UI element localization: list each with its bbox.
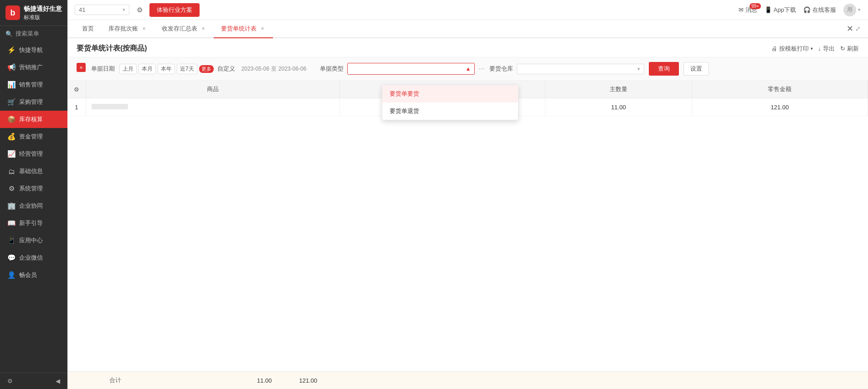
logo-text: 畅捷通好生意 标准版 <box>24 5 62 21</box>
sidebar-bottom: ⚙ ◀ <box>0 373 67 389</box>
sidebar-item-wechat[interactable]: 💬 企业微信 <box>0 249 67 266</box>
sidebar-settings-icon[interactable]: ⚙ <box>7 378 13 384</box>
tab-order-stats[interactable]: 要货单统计表 × <box>214 20 273 38</box>
tab-home[interactable]: 首页 <box>75 20 101 38</box>
date-to: 2023-06-06 <box>278 66 306 72</box>
refresh-button[interactable]: ↻ 刷新 <box>840 45 859 53</box>
finance-icon: 💰 <box>7 133 15 141</box>
print-button[interactable]: 🖨 按模板打印 ▾ <box>771 45 813 53</box>
tab-close-inventory-batch[interactable]: × <box>141 26 147 32</box>
message-icon: ✉ <box>739 6 744 13</box>
avatar-chevron-icon: ▾ <box>858 7 861 13</box>
product-placeholder <box>92 104 128 109</box>
col-qty: 主数量 <box>545 81 692 98</box>
last-month-btn[interactable]: 上月 <box>119 64 137 74</box>
dropdown-item-order-goods[interactable]: 要货单要货 <box>382 85 518 102</box>
operations-icon: 📈 <box>7 150 15 158</box>
guide-icon: 📖 <box>7 219 15 227</box>
close-all-icon: ✕ <box>847 24 853 34</box>
tab-close-order-stats[interactable]: × <box>259 26 266 32</box>
cell-amount[interactable]: 121.00 <box>692 98 868 116</box>
avatar: 用 <box>843 4 856 16</box>
footer-qty-col: 11.00 <box>257 377 272 384</box>
sidebar-item-system[interactable]: ⚙ 系统管理 <box>0 180 67 197</box>
topbar-right: ✉ 消息 99+ 📱 App下载 🎧 在线客服 用 ▾ <box>739 4 861 16</box>
messages-button[interactable]: ✉ 消息 99+ <box>739 6 757 14</box>
warehouse-chevron-icon: ▾ <box>637 66 640 72</box>
filter-area: » 单据日期 上月 本月 本年 近7天 更多 自定义 2023-05-06 至 … <box>67 57 868 81</box>
sidebar-item-finance[interactable]: 💰 资金管理 <box>0 128 67 145</box>
warehouse-filter-group: 要货仓库 ▾ <box>489 64 644 74</box>
print-chevron-icon: ▾ <box>811 46 813 51</box>
sidebar-item-member[interactable]: 👤 畅会员 <box>0 266 67 284</box>
store-selector[interactable]: 41 ▾ <box>75 5 129 15</box>
headset-icon: 🎧 <box>803 6 811 13</box>
topbar: 41 ▾ ⚙ 体验行业方案 ✉ 消息 99+ 📱 App下载 🎧 在线客服 <box>67 0 868 20</box>
sidebar-item-marketing[interactable]: 📢 营销推广 <box>0 59 67 76</box>
this-month-btn[interactable]: 本月 <box>139 64 156 74</box>
page-actions: 🖨 按模板打印 ▾ ↓ 导出 ↻ 刷新 <box>771 45 859 53</box>
refresh-icon: ↻ <box>840 45 845 52</box>
footer-amount-col: 121.00 <box>299 377 318 384</box>
sidebar-item-operations[interactable]: 📈 经营管理 <box>0 145 67 163</box>
order-type-select[interactable]: ▲ <box>347 63 475 75</box>
sidebar: b 畅捷通好生意 标准版 🔍 搜索菜单 ⚡ 快捷导航 📢 营销推广 📊 销售管理… <box>0 0 67 389</box>
this-year-btn[interactable]: 本年 <box>158 64 175 74</box>
topbar-gear-button[interactable]: ⚙ <box>133 4 146 16</box>
member-icon: 👤 <box>7 271 15 279</box>
sidebar-item-inventory[interactable]: 📦 库存核算 <box>0 111 67 128</box>
gear-icon: ⚙ <box>137 6 143 14</box>
filter-more-icon[interactable]: ··· <box>478 65 484 73</box>
dropdown-item-order-return[interactable]: 要货单退货 <box>382 102 518 120</box>
close-all-tabs-button[interactable]: ✕ ⤢ <box>847 24 861 34</box>
search-icon: 🔍 <box>5 31 13 37</box>
store-chevron-icon: ▾ <box>123 7 125 13</box>
tab-inventory-batch[interactable]: 库存批次账 × <box>101 20 154 38</box>
page-title: 要货单统计表(按商品) <box>77 44 147 53</box>
query-button[interactable]: 查询 <box>649 62 679 76</box>
filter-toggle-button[interactable]: » <box>77 63 86 72</box>
print-icon: 🖨 <box>771 45 777 52</box>
sales-icon: 📊 <box>7 81 15 89</box>
col-amount: 零售金额 <box>692 81 868 98</box>
order-type-group: 单据类型 ▲ ··· <box>320 63 484 75</box>
purchase-icon: 🛒 <box>7 98 15 106</box>
tab-close-receipts-summary[interactable]: × <box>200 26 206 32</box>
online-service-button[interactable]: 🎧 在线客服 <box>803 6 836 14</box>
date-shortcuts: 上月 本月 本年 近7天 更多 自定义 <box>119 64 235 74</box>
sidebar-item-purchase[interactable]: 🛒 采购管理 <box>0 93 67 111</box>
sidebar-item-guide[interactable]: 📖 新手引导 <box>0 215 67 232</box>
user-avatar[interactable]: 用 ▾ <box>843 4 861 16</box>
wechat-icon: 💬 <box>7 254 15 262</box>
page-header: 要货单统计表(按商品) 🖨 按模板打印 ▾ ↓ 导出 ↻ 刷新 <box>67 38 868 57</box>
warehouse-select[interactable]: ▾ <box>517 64 644 74</box>
cell-qty[interactable]: 11.00 <box>545 98 692 116</box>
sidebar-collapse-btn[interactable]: ◀ <box>56 378 60 384</box>
sidebar-item-basic-info[interactable]: 🗂 基础信息 <box>0 163 67 180</box>
col-settings[interactable]: ⚙ <box>67 81 86 98</box>
system-icon: ⚙ <box>7 184 15 193</box>
tab-receipts-summary[interactable]: 收发存汇总表 × <box>154 20 214 38</box>
export-button[interactable]: ↓ 导出 <box>818 45 835 53</box>
logo-icon: b <box>5 5 20 20</box>
sidebar-item-enterprise[interactable]: 🏢 企业协同 <box>0 197 67 215</box>
sidebar-item-sales[interactable]: 📊 销售管理 <box>0 76 67 93</box>
footer-qty: 11.00 <box>257 377 272 384</box>
column-settings-button[interactable]: 设置 <box>683 62 709 76</box>
basic-info-icon: 🗂 <box>7 168 15 175</box>
main-area: 41 ▾ ⚙ 体验行业方案 ✉ 消息 99+ 📱 App下载 🎧 在线客服 <box>67 0 868 389</box>
order-type-chevron-icon: ▲ <box>466 66 471 72</box>
filter-row: 单据日期 上月 本月 本年 近7天 更多 自定义 2023-05-06 至 20… <box>91 62 859 76</box>
sidebar-item-quick-nav[interactable]: ⚡ 快捷导航 <box>0 41 67 59</box>
content-area: 要货单统计表(按商品) 🖨 按模板打印 ▾ ↓ 导出 ↻ 刷新 <box>67 38 868 389</box>
more-dates-badge[interactable]: 更多 <box>199 65 214 73</box>
sidebar-search[interactable]: 🔍 搜索菜单 <box>0 26 67 41</box>
custom-date-btn[interactable]: 自定义 <box>217 65 235 73</box>
topbar-left: 41 ▾ ⚙ 体验行业方案 <box>75 3 200 17</box>
sidebar-item-app-center[interactable]: 📱 应用中心 <box>0 232 67 249</box>
recent7-btn[interactable]: 近7天 <box>177 64 197 74</box>
app-download-button[interactable]: 📱 App下载 <box>765 6 796 14</box>
order-type-label: 单据类型 <box>320 65 344 73</box>
inventory-icon: 📦 <box>7 115 15 123</box>
trial-button[interactable]: 体验行业方案 <box>149 3 200 17</box>
